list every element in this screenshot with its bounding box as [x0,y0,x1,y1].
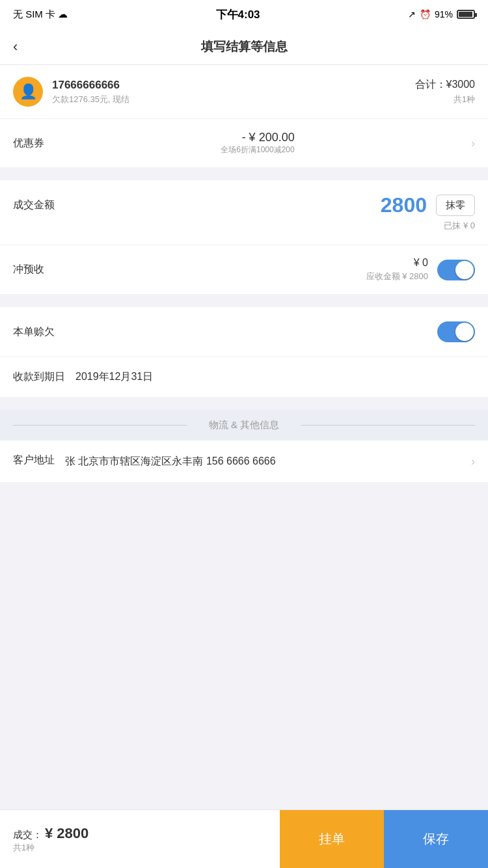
prepay-label: 冲预收 [13,263,44,277]
battery-percent: 91% [435,9,453,20]
gray-fill [0,482,488,586]
nav-bar: ‹ 填写结算等信息 [0,29,488,65]
toggle-knob [455,261,474,279]
amount-value: 2800 [381,193,427,217]
battery-icon [457,10,475,19]
customer-section: 👤 17666666666 欠款1276.35元, 现结 合计：¥3000 共1… [0,65,488,167]
due-date-value: 2019年12月31日 [75,370,153,384]
amount-sub: 已抹 ¥ 0 [13,220,475,232]
total-count: 共1种 [415,94,476,105]
clock-icon: ⏰ [420,9,431,20]
address-value: 张 北京市市辖区海淀区永丰南 156 6666 6666 [65,454,465,469]
avatar-icon: 👤 [20,83,37,100]
customer-right: 合计：¥3000 共1种 [415,78,476,105]
bottom-total-label: 成交： [13,829,42,841]
bottom-total-amount: ¥ 2800 [45,825,88,842]
amount-right: 2800 抹零 [381,193,475,217]
debt-row: 本单赊欠 [0,307,488,357]
address-row[interactable]: 客户地址 张 北京市市辖区海淀区永丰南 156 6666 6666 › [0,441,488,482]
address-chevron-icon: › [471,454,475,468]
coupon-chevron-icon: › [471,137,475,150]
total-amount: 合计：¥3000 [415,78,476,92]
prepay-value-block: ¥ 0 应收金额 ¥ 2800 [366,257,428,282]
debt-section: 本单赊欠 收款到期日 2019年12月31日 [0,307,488,397]
sim-status: 无 SIM 卡 ☁ [13,8,68,21]
due-date-row: 收款到期日 2019年12月31日 [0,357,488,397]
coupon-desc: 全场6折满1000减200 [221,144,294,156]
debt-label: 本单赊欠 [13,325,55,339]
location-icon: ↗ [408,9,416,20]
save-button[interactable]: 保存 [384,810,488,868]
logistics-title: 物流 & 其他信息 [209,419,279,431]
prepay-toggle[interactable] [437,260,475,280]
prepay-sub: 应收金额 ¥ 2800 [366,271,428,282]
coupon-right: - ¥ 200.00 全场6折满1000减200 [221,131,294,156]
status-time: 下午4:03 [216,7,260,22]
bottom-bar: 成交： ¥ 2800 共1种 挂单 保存 [0,809,488,868]
status-bar: 无 SIM 卡 ☁ 下午4:03 ↗ ⏰ 91% [0,0,488,29]
amount-row-wrapper: 成交金额 2800 抹零 已抹 ¥ 0 [0,180,488,245]
amount-label: 成交金额 [13,198,55,212]
avatar: 👤 [13,77,43,107]
back-button[interactable]: ‹ [13,38,18,55]
logistics-line-right [301,425,475,426]
prepay-row: 冲预收 ¥ 0 应收金额 ¥ 2800 [0,245,488,294]
bottom-padding [0,586,488,645]
page-title: 填写结算等信息 [201,38,288,55]
bottom-summary: 成交： ¥ 2800 共1种 [0,810,280,868]
amount-row: 成交金额 2800 抹零 [13,193,475,217]
round-button[interactable]: 抹零 [436,195,475,216]
debt-toggle[interactable] [437,321,475,342]
status-right: ↗ ⏰ 91% [408,9,475,20]
coupon-row[interactable]: 优惠券 - ¥ 200.00 全场6折满1000减200 › [0,118,488,167]
gray-divider-2 [0,301,488,307]
status-left: 无 SIM 卡 ☁ [13,8,68,21]
gray-divider-3 [0,403,488,410]
amount-section: 成交金额 2800 抹零 已抹 ¥ 0 冲预收 ¥ 0 应收金额 ¥ 2800 [0,180,488,294]
logistics-divider: 物流 & 其他信息 [0,410,488,441]
prepay-amount: ¥ 0 [366,257,428,269]
due-date-label: 收款到期日 [13,370,65,384]
coupon-label: 优惠券 [13,137,44,150]
bottom-total-row: 成交： ¥ 2800 [13,825,267,842]
bottom-count: 共1种 [13,842,267,854]
customer-row: 👤 17666666666 欠款1276.35元, 现结 合计：¥3000 共1… [0,65,488,118]
address-label: 客户地址 [13,454,59,467]
hang-button[interactable]: 挂单 [280,810,384,868]
customer-sub: 欠款1276.35元, 现结 [52,94,129,105]
customer-info: 17666666666 欠款1276.35元, 现结 [52,79,129,105]
prepay-right: ¥ 0 应收金额 ¥ 2800 [366,257,475,282]
logistics-line-left [13,425,187,426]
customer-left: 👤 17666666666 欠款1276.35元, 现结 [13,77,129,107]
debt-toggle-knob [455,323,474,341]
gray-divider-1 [0,174,488,180]
coupon-value: - ¥ 200.00 [221,131,294,144]
customer-phone: 17666666666 [52,79,129,92]
